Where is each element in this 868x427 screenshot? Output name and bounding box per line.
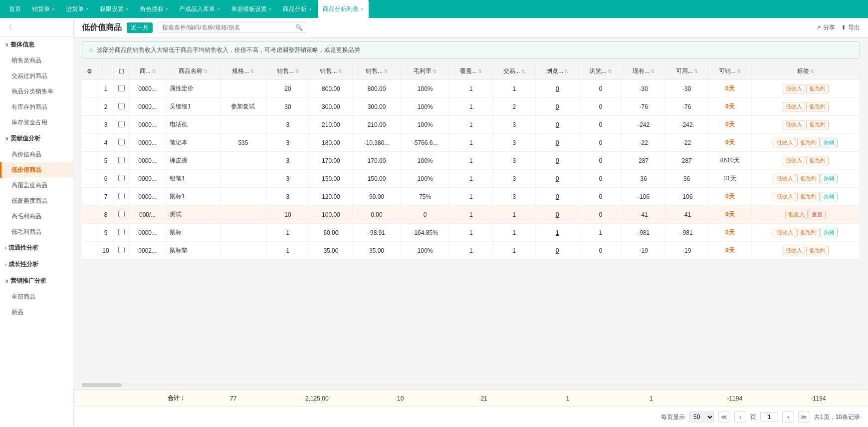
view1-link[interactable]: 1	[556, 229, 559, 236]
scrollbar-thumb[interactable]	[82, 383, 122, 387]
sidebar-item-category-sales-rate[interactable]: 商品分类销售率	[0, 84, 73, 99]
sidebar-item-low-profit[interactable]: 低毛利商品	[0, 224, 73, 240]
cell-check[interactable]	[114, 170, 129, 188]
cell-check[interactable]	[114, 188, 129, 206]
horizontal-scrollbar[interactable]	[82, 383, 860, 387]
nav-role-auth[interactable]: 角色授权 ×	[135, 0, 174, 18]
nav-template[interactable]: 单据模板设置 ×	[226, 0, 277, 18]
next-page-button[interactable]: ›	[782, 411, 794, 423]
footer-label: 合计：	[82, 394, 192, 403]
view1-link[interactable]: 0	[556, 157, 559, 164]
sidebar-item-high-coverage[interactable]: 高覆盖度商品	[0, 178, 73, 193]
cell-check[interactable]	[114, 242, 129, 260]
collapse-button[interactable]: 《	[4, 22, 14, 32]
page-number-input[interactable]	[760, 412, 778, 422]
nav-goods-analysis-list[interactable]: 商品分析列表 ×	[318, 0, 369, 18]
nav-sales-order[interactable]: 销货单 ×	[27, 0, 60, 18]
cell-check[interactable]	[114, 206, 129, 224]
cell-sales-qty: 30	[266, 98, 310, 116]
sidebar-item-high-value[interactable]: 高价值商品	[0, 147, 73, 162]
search-input[interactable]	[162, 24, 292, 31]
nav-purchase-order[interactable]: 进货单 ×	[61, 0, 94, 18]
col-view1[interactable]: 浏览...⇅	[536, 63, 579, 80]
sidebar-item-stocked-goods[interactable]: 有库存的商品	[0, 99, 73, 115]
cell-view1: 0	[536, 188, 579, 206]
close-icon[interactable]: ×	[269, 6, 272, 12]
view1-link[interactable]: 0	[556, 247, 559, 254]
cell-view1: 0	[536, 170, 579, 188]
view1-link[interactable]: 0	[556, 121, 559, 128]
sidebar-item-traded-goods[interactable]: 交易过的商品	[0, 68, 73, 84]
view1-link[interactable]: 0	[556, 139, 559, 146]
cell-check[interactable]	[114, 116, 129, 134]
tag-badge: 热销	[821, 192, 838, 201]
cell-check[interactable]	[114, 98, 129, 116]
col-tags[interactable]: 标签⇅	[751, 63, 860, 80]
col-coverage[interactable]: 覆盖...⇅	[449, 63, 493, 80]
col-gear[interactable]: ⚙	[82, 63, 98, 80]
col-available[interactable]: 可用...⇅	[665, 63, 708, 80]
col-sales-amount[interactable]: 销售...⇅	[353, 63, 401, 80]
view1-link[interactable]: 0	[556, 85, 559, 92]
cell-no: 7	[98, 188, 114, 206]
cell-trade: 3	[492, 188, 536, 206]
close-icon[interactable]: ×	[52, 6, 55, 12]
first-page-button[interactable]: ≪	[718, 411, 730, 423]
share-button[interactable]: ↗ 分享	[816, 23, 835, 32]
sidebar-item-sales-goods[interactable]: 销售类商品	[0, 53, 73, 68]
cell-check[interactable]	[114, 152, 129, 170]
close-icon[interactable]: ×	[217, 6, 220, 12]
sidebar-item-low-coverage[interactable]: 低覆盖度商品	[0, 193, 73, 209]
col-saleable[interactable]: 可销...⇅	[708, 63, 752, 80]
export-button[interactable]: ⬆ 导出	[841, 23, 860, 32]
col-view2[interactable]: 浏览...⇅	[579, 63, 622, 80]
close-icon[interactable]: ×	[361, 6, 364, 12]
col-check[interactable]: ☐	[114, 63, 129, 80]
cell-spec	[220, 242, 266, 260]
search-icon[interactable]: 🔍	[295, 24, 303, 31]
prev-page-button[interactable]: ‹	[734, 411, 746, 423]
cell-gear	[82, 134, 98, 152]
col-gross-margin[interactable]: 毛利率⇅	[401, 63, 449, 80]
sidebar-group-contribution[interactable]: ∨ 贡献值分析	[0, 130, 73, 147]
filter-tag-recent-month[interactable]: 近一月	[127, 22, 153, 33]
view1-link[interactable]: 0	[556, 193, 559, 200]
sidebar-group-growth[interactable]: › 成长性分析	[0, 256, 73, 273]
tag-badge: 低收入	[783, 246, 805, 255]
col-sales-qty[interactable]: 销售...⇅	[266, 63, 310, 80]
sidebar-item-high-profit[interactable]: 高毛利商品	[0, 209, 73, 224]
sidebar-item-all-goods[interactable]: 全部商品	[0, 289, 73, 305]
sidebar-group-overview[interactable]: ∨ 整体信息	[0, 36, 73, 53]
cell-name: 鼠标垫	[166, 242, 220, 260]
view1-link[interactable]: 0	[556, 211, 559, 218]
cell-check[interactable]	[114, 224, 129, 242]
view1-link[interactable]: 0	[556, 103, 559, 110]
nav-permission[interactable]: 权限设置 ×	[95, 0, 134, 18]
col-trade[interactable]: 交易...⇅	[492, 63, 536, 80]
cell-gross-margin: 75%	[401, 188, 449, 206]
nav-production[interactable]: 产成品入库单 ×	[174, 0, 225, 18]
close-icon[interactable]: ×	[166, 6, 169, 12]
col-sales-price[interactable]: 销售...⇅	[309, 63, 353, 80]
sidebar-item-new-goods[interactable]: 新品	[0, 305, 73, 320]
sidebar-item-low-value[interactable]: 低价值商品	[0, 162, 73, 178]
nav-goods-analysis[interactable]: 商品分析 ×	[278, 0, 317, 18]
col-code[interactable]: 商...⇅	[129, 63, 166, 80]
sidebar-item-stock-capital[interactable]: 库存资金占用	[0, 115, 73, 130]
sidebar-group-marketing[interactable]: ∨ 营销推广分析	[0, 273, 73, 289]
cell-sales-price: 120.00	[309, 188, 353, 206]
close-icon[interactable]: ×	[86, 6, 89, 12]
col-current[interactable]: 现有...⇅	[622, 63, 665, 80]
tag-badge: 低收入	[783, 102, 805, 111]
per-page-select[interactable]: 50 100 200	[689, 412, 714, 423]
close-icon[interactable]: ×	[126, 6, 129, 12]
col-name[interactable]: 商品名称⇅	[166, 63, 220, 80]
cell-check[interactable]	[114, 134, 129, 152]
cell-check[interactable]	[114, 80, 129, 98]
view1-link[interactable]: 0	[556, 175, 559, 182]
close-icon[interactable]: ×	[309, 6, 312, 12]
sidebar-group-circulation[interactable]: › 流通性分析	[0, 240, 73, 256]
nav-home[interactable]: 首页	[4, 0, 26, 18]
col-spec[interactable]: 规格...⇅	[220, 63, 266, 80]
last-page-button[interactable]: ≫	[798, 411, 810, 423]
